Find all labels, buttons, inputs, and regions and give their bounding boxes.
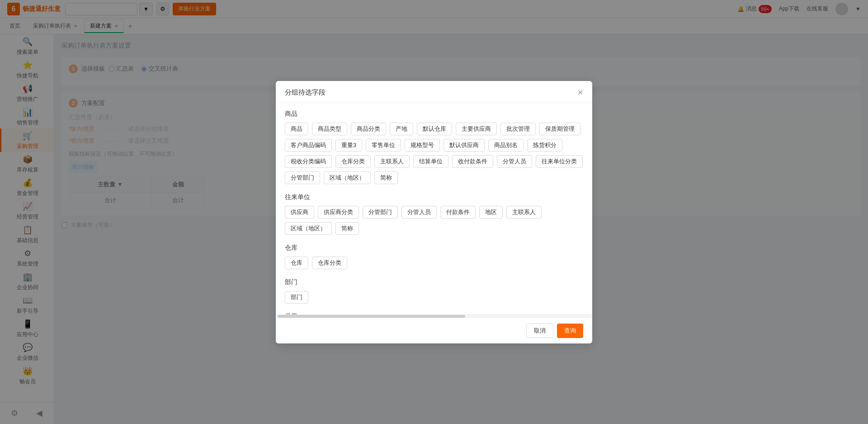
field-tags-warehouse: 仓库 仓库分类 (285, 257, 583, 269)
field-tag-warehouse-category[interactable]: 仓库分类 (312, 257, 347, 269)
field-tag-department[interactable]: 部门 (285, 291, 308, 304)
modal-close-button[interactable]: ✕ (577, 88, 583, 97)
field-tag-shelf-life[interactable]: 保质期管理 (539, 123, 580, 135)
field-tag-short-name-goods[interactable]: 简称 (374, 172, 398, 184)
field-tag-spec[interactable]: 规格型号 (405, 139, 440, 152)
field-group-goods: 商品 商品 商品类型 商品分类 产地 默认仓库 主要供应商 批次管理 保质期管理… (285, 110, 583, 184)
field-tag-batch-mgmt[interactable]: 批次管理 (500, 123, 536, 135)
field-tag-region-partner[interactable]: 区域（地区） (285, 222, 332, 235)
field-group-warehouse: 仓库 仓库 仓库分类 (285, 244, 583, 269)
field-group-title-partner: 往来单位 (285, 193, 583, 201)
field-tag-goods-category[interactable]: 商品分类 (351, 123, 386, 135)
modal-overlay: 分组待选字段 ✕ 商品 商品 商品类型 商品分类 产地 默认仓库 主要供应商 批… (0, 0, 868, 424)
field-tag-area[interactable]: 地区 (479, 206, 503, 219)
field-tag-person-partner[interactable]: 分管人员 (401, 206, 437, 219)
modal-title: 分组待选字段 (285, 88, 326, 97)
field-tag-origin[interactable]: 产地 (390, 123, 413, 135)
field-tag-tax-code[interactable]: 税收分类编码 (285, 155, 332, 168)
field-tag-settlement-unit[interactable]: 结算单位 (413, 155, 448, 168)
field-tag-alias[interactable]: 商品别名 (488, 139, 524, 152)
field-tags-partner: 供应商 供应商分类 分管部门 分管人员 付款条件 地区 主联系人 区域（地区） … (285, 206, 583, 235)
field-tag-main-contact-partner[interactable]: 主联系人 (506, 206, 542, 219)
field-tag-supplier-cat[interactable]: 供应商分类 (318, 206, 359, 219)
field-tag-weight[interactable]: 重量3 (335, 139, 362, 152)
field-tag-partner-category[interactable]: 往来单位分类 (536, 155, 583, 168)
field-tag-warehouse-cat[interactable]: 仓库分类 (335, 155, 371, 168)
field-tag-region-goods[interactable]: 区域（地区） (324, 172, 371, 184)
field-tag-main-contact[interactable]: 主联系人 (374, 155, 410, 168)
modal-footer: 取消 查询 (276, 318, 592, 343)
field-tags-goods: 商品 商品类型 商品分类 产地 默认仓库 主要供应商 批次管理 保质期管理 客户… (285, 123, 583, 184)
field-tag-pickup-pts[interactable]: 拣货积分 (527, 139, 562, 152)
field-select-modal: 分组待选字段 ✕ 商品 商品 商品类型 商品分类 产地 默认仓库 主要供应商 批… (276, 81, 592, 343)
field-group-title-warehouse: 仓库 (285, 244, 583, 252)
field-tag-main-supplier[interactable]: 主要供应商 (456, 123, 497, 135)
field-tag-dept-partner[interactable]: 分管部门 (363, 206, 398, 219)
field-tag-supervisor[interactable]: 分管人员 (497, 155, 532, 168)
modal-header: 分组待选字段 ✕ (276, 81, 592, 103)
field-tag-short-name-partner[interactable]: 简称 (335, 222, 359, 235)
field-tag-goods[interactable]: 商品 (285, 123, 308, 135)
field-tag-payment-cond[interactable]: 付款条件 (440, 206, 476, 219)
field-tag-retail-unit[interactable]: 零售单位 (366, 139, 401, 152)
field-tag-goods-type[interactable]: 商品类型 (312, 123, 347, 135)
field-tag-dept-in-charge[interactable]: 分管部门 (285, 172, 320, 184)
modal-horizontal-scrollbar[interactable] (276, 314, 592, 318)
field-group-partner: 往来单位 供应商 供应商分类 分管部门 分管人员 付款条件 地区 主联系人 区域… (285, 193, 583, 235)
field-tag-warehouse[interactable]: 仓库 (285, 257, 308, 269)
field-group-title-goods: 商品 (285, 110, 583, 118)
field-group-title-department: 部门 (285, 278, 583, 286)
field-group-department: 部门 部门 (285, 278, 583, 304)
field-tag-payment-terms[interactable]: 收付款条件 (452, 155, 493, 168)
modal-body[interactable]: 商品 商品 商品类型 商品分类 产地 默认仓库 主要供应商 批次管理 保质期管理… (276, 103, 592, 314)
field-tag-default-supplier[interactable]: 默认供应商 (443, 139, 485, 152)
field-tag-customer-code[interactable]: 客户商品编码 (285, 139, 332, 152)
field-tag-default-warehouse[interactable]: 默认仓库 (417, 123, 452, 135)
cancel-button[interactable]: 取消 (526, 324, 553, 338)
confirm-button[interactable]: 查询 (557, 324, 583, 338)
field-tag-supplier[interactable]: 供应商 (285, 206, 314, 219)
field-tags-department: 部门 (285, 291, 583, 304)
